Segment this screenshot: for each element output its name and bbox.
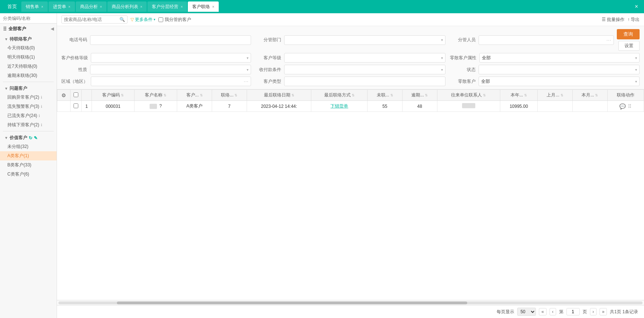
tab-sales-order[interactable]: 销售单 ×	[21, 1, 48, 12]
retail-customer-input[interactable]: 全部 ▾	[479, 77, 640, 86]
qrcode-icon[interactable]: ⠿	[628, 103, 632, 109]
sidebar-item-class-a[interactable]: A类客户(1)	[0, 151, 57, 160]
gear-icon[interactable]: ⚙	[61, 92, 66, 98]
close-product-analysis-list-icon[interactable]: ×	[140, 5, 143, 9]
page-size-select[interactable]: 50 100 200	[517, 308, 536, 316]
sidebar-item-overdue-pending[interactable]: 逾期未联络(30)	[0, 71, 57, 80]
sidebar-search-input[interactable]	[3, 16, 57, 21]
sidebar-item-churned[interactable]: 已流失客户(24) ℹ	[0, 111, 57, 120]
dept-input[interactable]: ▾	[284, 35, 445, 45]
refresh-icon[interactable]: ↻	[29, 135, 32, 141]
more-icon[interactable]: ···	[607, 38, 611, 43]
manager-input[interactable]: ···	[479, 35, 614, 45]
sort-icon-2[interactable]: ⇅	[164, 93, 167, 97]
tab-product-analysis-list[interactable]: 商品分析列表 ×	[107, 1, 147, 12]
more-conditions-button[interactable]: ▽ 更多条件 ▾	[130, 17, 155, 23]
tab-purchase-order[interactable]: 进货单 ×	[49, 1, 75, 12]
close-product-analysis-icon[interactable]: ×	[100, 5, 102, 9]
tab-product-analysis[interactable]: 商品分析 ×	[76, 1, 107, 12]
th-last-contact-date[interactable]: 最后联络日期⇅	[247, 90, 311, 101]
home-tab[interactable]: 首页	[3, 3, 21, 10]
row-checkbox[interactable]	[74, 103, 78, 108]
sort-icon-7[interactable]: ⇅	[390, 93, 393, 97]
collapse-icon[interactable]: ◀	[51, 26, 54, 31]
settings-button[interactable]: 设置	[618, 41, 640, 51]
th-last-month[interactable]: 上月...⇅	[538, 90, 573, 101]
sort-icon-3[interactable]: ⇅	[200, 93, 203, 97]
phone-input[interactable]	[90, 35, 251, 45]
tab-customer-contact[interactable]: 客户联络 ×	[188, 1, 219, 12]
th-no-contact-days[interactable]: 未联...⇅	[368, 90, 402, 101]
nature-input[interactable]: ▾	[90, 65, 251, 74]
export-button[interactable]: ↑ 导出	[627, 17, 640, 23]
th-checkbox[interactable]	[71, 90, 82, 101]
th-customer-type[interactable]: 客户...⇅	[177, 90, 212, 101]
sidebar-item-7days-pending[interactable]: 近7天待联络(0)	[0, 62, 57, 71]
sidebar-search-box[interactable]: 🔍	[0, 13, 57, 24]
th-this-year[interactable]: 本年...⇅	[500, 90, 537, 101]
batch-operation-button[interactable]: ☰ 批量操作	[602, 17, 625, 23]
sort-icon[interactable]: ⇅	[121, 93, 124, 97]
all-customers-header[interactable]: ⠿ 全部客户 ◀	[0, 24, 57, 34]
sort-icon-5[interactable]: ⇅	[291, 93, 294, 97]
horizontal-scrollbar[interactable]	[57, 300, 644, 305]
sidebar-item-class-c[interactable]: C类客户(6)	[0, 170, 57, 179]
edit-icon[interactable]: ✎	[34, 135, 37, 141]
prev-page-button[interactable]: ‹	[550, 308, 556, 315]
th-this-month[interactable]: 本月...⇅	[572, 90, 607, 101]
last-page-button[interactable]: »	[600, 308, 607, 315]
th-customer-name[interactable]: 客户名称⇅	[135, 90, 177, 101]
th-gear[interactable]: ⚙	[57, 90, 71, 101]
sidebar-item-tomorrow-pending[interactable]: 明天待联络(1)	[0, 53, 57, 62]
window-close-button[interactable]: ×	[632, 3, 641, 10]
tab-customer-segment[interactable]: 客户分层经营 ×	[147, 1, 187, 12]
scrollbar-thumb[interactable]	[117, 301, 467, 304]
search-icon[interactable]: 🔍	[119, 17, 125, 22]
payment-input[interactable]: ▾	[284, 65, 445, 74]
customer-type-input[interactable]	[284, 77, 445, 86]
td-checkbox-cell[interactable]	[71, 101, 82, 112]
select-all-checkbox[interactable]	[74, 92, 78, 97]
more-icon-2[interactable]: ···	[244, 79, 248, 84]
query-button[interactable]: 查询	[617, 29, 640, 39]
scrollbar-track[interactable]	[58, 301, 643, 304]
sidebar-item-class-b[interactable]: B类客户(33)	[0, 160, 57, 170]
expand-arrow-icon-3[interactable]: ▼	[4, 136, 8, 140]
region-input[interactable]: ···	[91, 77, 251, 86]
next-page-button[interactable]: ›	[590, 308, 597, 315]
expand-arrow-icon-2[interactable]: ▼	[4, 86, 8, 91]
retail-attr-input[interactable]: 全部 ▾	[479, 53, 640, 63]
customer-level-input[interactable]: ▾	[284, 53, 445, 63]
search-input[interactable]	[64, 17, 119, 22]
sidebar-item-churn-warning[interactable]: 流失预警客户(3) ℹ	[0, 102, 57, 111]
close-customer-contact-icon[interactable]: ×	[212, 5, 214, 9]
sidebar-item-today-pending[interactable]: 今天待联络(0)	[0, 43, 57, 53]
page-number-input[interactable]	[566, 308, 580, 315]
my-customers-checkbox[interactable]	[158, 17, 163, 22]
sort-icon-12[interactable]: ⇅	[595, 93, 598, 97]
close-customer-segment-icon[interactable]: ×	[180, 5, 183, 9]
message-icon[interactable]: 💬	[619, 103, 626, 109]
price-level-input[interactable]: ▾	[91, 53, 251, 63]
sidebar-item-declining[interactable]: 持续下滑客户(2) ℹ	[0, 120, 57, 130]
close-sales-order-icon[interactable]: ×	[41, 5, 43, 9]
th-contact-count[interactable]: 联络...⇅	[212, 90, 247, 101]
sort-icon-9[interactable]: ⇅	[483, 93, 486, 97]
td-action-icons[interactable]: 💬 ⠿	[607, 101, 644, 112]
my-customers-checkbox-label[interactable]: 我分管的客户	[158, 17, 191, 23]
sort-icon-10[interactable]: ⇅	[524, 93, 527, 97]
contact-method-link[interactable]: 下销货单	[330, 103, 348, 109]
sort-icon-6[interactable]: ⇅	[352, 93, 355, 97]
sort-icon-11[interactable]: ⇅	[561, 93, 564, 97]
expand-arrow-icon[interactable]: ▼	[4, 37, 8, 41]
th-overdue-days[interactable]: 逾期...⇅	[402, 90, 437, 101]
close-purchase-order-icon[interactable]: ×	[68, 5, 71, 9]
status-input[interactable]: ▾	[479, 65, 640, 74]
sort-icon-8[interactable]: ⇅	[425, 93, 428, 97]
td-last-contact-method[interactable]: 下销货单	[311, 101, 368, 112]
first-page-button[interactable]: «	[539, 308, 547, 315]
th-company-contact[interactable]: 往来单位联系人⇅	[437, 90, 500, 101]
th-customer-code[interactable]: 客户编码⇅	[92, 90, 135, 101]
sort-icon-4[interactable]: ⇅	[235, 93, 237, 97]
sidebar-item-repurchase-abnormal[interactable]: 回购异常客户(2) ℹ	[0, 93, 57, 102]
